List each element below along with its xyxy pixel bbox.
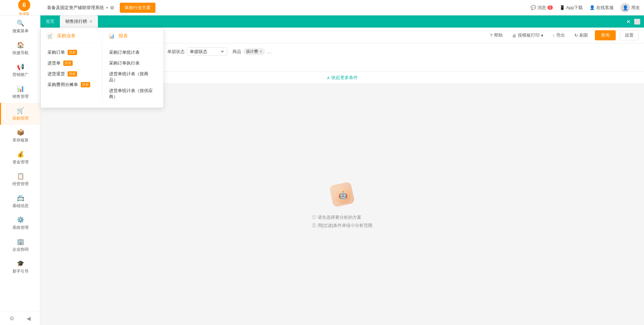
- sales-icon: 📊: [17, 85, 24, 92]
- purchase-header-text: 采购业务: [57, 33, 76, 39]
- experience-button[interactable]: 体验行业方案: [120, 3, 155, 13]
- purchase-icon: 🛒: [17, 107, 24, 114]
- purchase-header-icon: 🛒: [46, 32, 54, 40]
- sidebar-settings-icon[interactable]: ⚙: [9, 315, 14, 322]
- dropdown-item-purchase-order-exec[interactable]: 采购订单执行表: [108, 58, 158, 69]
- sidebar-item-newbie[interactable]: 🎓 新手引导: [0, 256, 40, 278]
- sidebar-item-label: 营销推广: [12, 72, 29, 78]
- logo-subtext: 标准版: [19, 11, 29, 16]
- sidebar-item-base-info[interactable]: 📇 基础信息: [0, 190, 40, 212]
- app-label: App下载: [566, 5, 583, 11]
- reports-header-icon: 📊: [108, 32, 116, 40]
- tab-window-close-icon[interactable]: ✕: [626, 18, 631, 25]
- collapse-label: 收起更多条件: [331, 75, 358, 81]
- dropdown-item-goods-in-stats-by-goods[interactable]: 进货单统计表（按商品）: [108, 69, 158, 85]
- inventory-icon: 📦: [17, 129, 24, 136]
- app-download-item[interactable]: 📱 App下载: [560, 5, 583, 11]
- purchase-order-label: 采购订单: [47, 49, 65, 55]
- dropdown-item-goods-in-stats-by-supplier[interactable]: 进货单统计表（按供应商）: [108, 85, 158, 102]
- sidebar-item-label: 新手引导: [12, 269, 29, 274]
- sidebar-item-label: 搜索菜单: [12, 28, 29, 34]
- sidebar-item-search[interactable]: 🔍 搜索菜单: [0, 15, 40, 37]
- tab-close-icon[interactable]: ✕: [89, 19, 93, 24]
- user-item[interactable]: 👤 用友: [620, 3, 640, 12]
- doc-status-filter: 单据状态 单据状态: [167, 47, 227, 56]
- logo-area: 6 标准版: [4, 0, 44, 16]
- reports-header-text: 报表: [118, 33, 128, 39]
- dropdown-header-reports: 📊 报表: [108, 32, 158, 43]
- system-dropdown-icon[interactable]: ▾: [106, 5, 108, 10]
- export-label: 导出: [556, 32, 565, 38]
- sidebar-item-operations[interactable]: 📋 经营管理: [0, 168, 40, 190]
- purchase-order-exec-label: 采购订单执行表: [109, 60, 140, 66]
- dropdown-header-purchase: 🛒 采购业务: [46, 32, 97, 43]
- service-icon: 👤: [589, 5, 595, 10]
- app-icon: 📱: [560, 5, 565, 10]
- topbar: 6 标准版 装备及固定资产辅助管理系统 ▾ ⚙ 体验行业方案 💬 消息 5 📱 …: [0, 0, 644, 15]
- online-service-item[interactable]: 👤 在线客服: [589, 5, 614, 11]
- tab-home[interactable]: 首页: [40, 15, 60, 28]
- help-button[interactable]: ? 帮助: [487, 31, 505, 40]
- dropdown-item-purchase-expense[interactable]: 采购费用分摊单 历史: [46, 79, 97, 90]
- goods-tag-close-icon[interactable]: ✕: [259, 49, 262, 54]
- sidebar-item-inventory[interactable]: 📦 库存核算: [0, 125, 40, 147]
- print-button[interactable]: 🖨 按模板打印 ▾: [509, 31, 546, 40]
- sidebar-item-finance[interactable]: 💰 资金管理: [0, 147, 40, 168]
- sidebar-item-marketing[interactable]: 📢 营销推广: [0, 59, 40, 81]
- query-button[interactable]: 查询: [595, 30, 616, 40]
- system-icon: ⚙️: [17, 216, 24, 224]
- goods-tag-text: 设计费: [246, 49, 258, 54]
- sidebar-item-label: 基础信息: [12, 203, 29, 209]
- sidebar-item-label: 企业协同: [12, 247, 29, 252]
- refresh-icon: ↻: [574, 33, 578, 38]
- empty-illustration: 🤖: [327, 180, 357, 210]
- print-icon: 🖨: [512, 33, 516, 38]
- tab-sales-rank[interactable]: 销售排行榜 ✕: [60, 15, 98, 28]
- purchase-expense-label: 采购费用分摊单: [47, 82, 78, 88]
- message-badge: 5: [547, 5, 553, 10]
- tab-bar: 首页 销售排行榜 ✕ ✕ ⬜: [40, 15, 644, 28]
- sidebar-bottom: ⚙ ◀: [0, 312, 40, 325]
- baseinfo-icon: 📇: [17, 194, 24, 202]
- tab-maximize-icon[interactable]: ⬜: [634, 18, 641, 25]
- refresh-button[interactable]: ↻ 刷新: [572, 31, 591, 40]
- logo-char: 6: [23, 2, 26, 9]
- export-icon: ↑: [553, 33, 555, 38]
- settings-button[interactable]: 设置: [620, 30, 639, 40]
- doc-status-select[interactable]: 单据状态: [187, 47, 227, 56]
- empty-state: 🤖 ① 请先选择要分析的方案 ② 用[过滤]条件来缩小分析范围: [40, 84, 644, 325]
- home-icon: 🏠: [17, 41, 24, 49]
- sidebar-item-system[interactable]: ⚙️ 系统管理: [0, 212, 40, 234]
- print-label: 按模板打印: [518, 32, 540, 38]
- sidebar-item-enterprise[interactable]: 🏢 企业协同: [0, 234, 40, 256]
- print-dropdown-icon[interactable]: ▾: [541, 33, 543, 38]
- dropdown-item-purchase-order[interactable]: 采购订单 历史: [46, 47, 97, 58]
- user-label: 用友: [631, 5, 640, 11]
- sidebar-item-quick-nav[interactable]: 🏠 快捷导航: [0, 37, 40, 59]
- sidebar-item-label: 销售管理: [12, 94, 29, 99]
- sidebar-item-purchase[interactable]: 🛒 采购管理: [0, 103, 40, 125]
- sidebar-item-label: 采购管理: [12, 116, 29, 121]
- dropdown-item-purchase-order-stats[interactable]: 采购订单统计表: [108, 47, 158, 58]
- newbie-icon: 🎓: [17, 260, 24, 267]
- goods-return-history-badge: 历史: [68, 71, 77, 77]
- help-icon: ?: [490, 33, 492, 38]
- dropdown-item-goods-in[interactable]: 进货单 历史: [46, 58, 97, 69]
- export-button[interactable]: ↑ 导出: [550, 31, 568, 40]
- goods-in-history-badge: 历史: [63, 60, 73, 66]
- sidebar-item-label: 经营管理: [12, 181, 29, 187]
- finance-icon: 💰: [17, 151, 24, 158]
- enterprise-icon: 🏢: [17, 238, 24, 245]
- message-item[interactable]: 💬 消息 5: [531, 5, 553, 11]
- system-gear-icon[interactable]: ⚙: [110, 5, 114, 10]
- dropdown-col-reports: 📊 报表 采购订单统计表 采购订单执行表 进货单统计表（按商品） 进货单统计表（…: [102, 32, 164, 102]
- goods-dots-button[interactable]: ...: [267, 49, 272, 55]
- help-label: 帮助: [494, 32, 503, 38]
- sidebar-collapse-icon[interactable]: ◀: [27, 315, 31, 322]
- logo-icon: 6: [18, 0, 30, 11]
- dropdown-item-goods-return[interactable]: 进货退货 历史: [46, 69, 97, 79]
- sidebar-item-sales[interactable]: 📊 销售管理: [0, 81, 40, 103]
- goods-return-label: 进货退货: [47, 71, 65, 77]
- doc-status-label: 单据状态: [167, 49, 185, 55]
- avatar: 👤: [620, 3, 630, 12]
